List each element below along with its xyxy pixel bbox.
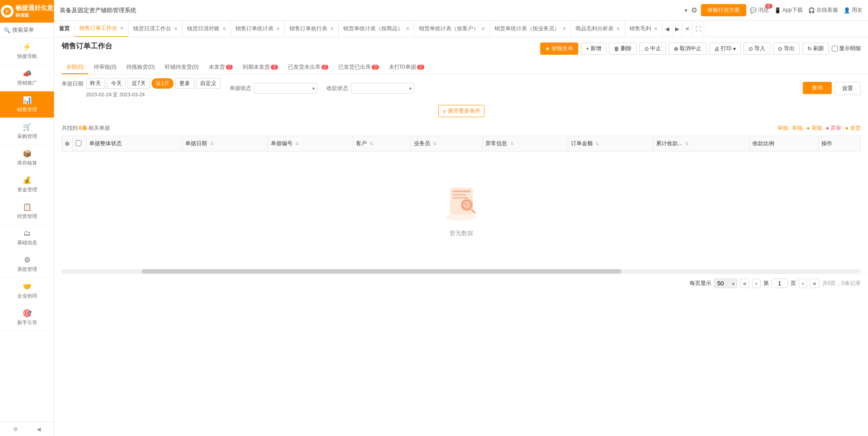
sub-tab-wangpu-ship[interactable]: 旺铺待发货(0) — [160, 61, 203, 74]
th-exception[interactable]: 异常信息 ⇅ — [483, 136, 568, 152]
tab-close-sales-stats-salesperson[interactable]: ✕ — [562, 26, 566, 31]
tab-sales-order-exec[interactable]: 销售订单执行表 ✕ — [285, 21, 339, 37]
scroll-thumb[interactable] — [142, 269, 621, 274]
tab-close-sales-order-workbench[interactable]: ✕ — [120, 26, 124, 31]
th-checkbox[interactable] — [73, 136, 86, 152]
sidebar-item-quick-nav[interactable]: ⚡ 快捷导航 — [0, 38, 54, 65]
sidebar-item-inventory[interactable]: 📦 库存核算 — [0, 145, 54, 171]
page-num-input[interactable] — [772, 279, 788, 288]
date-btn-1month[interactable]: 近1月 — [152, 78, 174, 89]
th-date[interactable]: 单据日期 ⇅ — [182, 136, 268, 152]
tab-nav-next[interactable]: ▶ — [672, 21, 682, 37]
page-prev-btn[interactable]: ‹ — [752, 279, 760, 288]
sidebar-search[interactable]: 🔍 搜索菜单 — [0, 23, 54, 38]
tab-sales-order-workbench[interactable]: 销售订单工作台 ✕ — [75, 21, 129, 37]
tab-cash-reconcile[interactable]: 钱货日清对账 ✕ — [182, 21, 231, 37]
payment-select[interactable] — [351, 83, 414, 94]
tab-close-sales-stats-product[interactable]: ✕ — [406, 26, 409, 31]
table-area: 共找到 0条 相关单据 审核 审核 ● 审核 ● 弃审 ● 发货 — [54, 120, 868, 269]
sidebar-settings-icon[interactable]: ⚙ — [13, 426, 18, 432]
date-btn-more[interactable]: 更多 — [175, 78, 194, 89]
sub-tab-all[interactable]: 全部(0) — [62, 61, 88, 74]
topbar-gear-icon[interactable]: ⚙ — [691, 6, 697, 14]
smart-create-btn[interactable]: ★ 智能生单 — [540, 43, 578, 55]
sidebar-item-operations[interactable]: 📋 经营管理 — [0, 198, 54, 225]
sidebar-item-basic-info[interactable]: 🗂 基础信息 — [0, 225, 54, 251]
date-btn-7days[interactable]: 近7天 — [128, 78, 150, 89]
sidebar-item-marketing[interactable]: 📣 营销推广 — [0, 65, 54, 91]
horizontal-scrollbar[interactable] — [62, 269, 861, 274]
tab-nav-prev[interactable]: ◀ — [662, 21, 672, 37]
date-btn-yesterday[interactable]: 昨天 — [86, 78, 105, 89]
sidebar-collapse-icon[interactable]: ◀ — [37, 426, 41, 432]
date-btn-custom[interactable]: 自定义 — [196, 78, 221, 89]
sidebar-item-enterprise[interactable]: 🤝 企业协同 — [0, 278, 54, 304]
tab-cash-daily[interactable]: 钱货日清工作台 ✕ — [129, 21, 182, 37]
tab-gross-profit[interactable]: 商品毛利分析表 ✕ — [571, 21, 625, 37]
th-settings[interactable]: ⚙ — [62, 136, 73, 152]
select-all-checkbox[interactable] — [76, 140, 82, 146]
th-collected[interactable]: 累计收款... ⇅ — [653, 136, 749, 152]
sub-tab-shipped-outbound[interactable]: 已发货已出库0 — [334, 61, 384, 74]
tab-sales-stats-product[interactable]: 销货单统计表（按商品） ✕ — [339, 21, 414, 37]
audit-action-btn[interactable]: 审核 — [777, 124, 788, 132]
tab-sales-profit[interactable]: 销售毛利 ✕ — [625, 21, 662, 37]
status-select[interactable] — [254, 83, 317, 94]
sidebar-item-guide[interactable]: 🎯 新手引导 — [0, 304, 54, 331]
delete-btn[interactable]: 🗑 删除 — [609, 43, 637, 55]
ship-link[interactable]: ● 发货 — [845, 124, 861, 132]
tab-sales-stats-customer[interactable]: 销货单统计表（按客户） ✕ — [414, 21, 490, 37]
sidebar-item-purchase[interactable]: 🛒 采购管理 — [0, 118, 54, 145]
app-download-btn[interactable]: 📱 App下载 — [774, 6, 803, 14]
page-first-btn[interactable]: « — [740, 279, 749, 288]
tab-close-sales-order-stats[interactable]: ✕ — [276, 26, 280, 31]
tab-sales-stats-salesperson[interactable]: 销货单统计表（按业务员） ✕ — [490, 21, 571, 37]
cancel-suspend-btn[interactable]: ⊗ 取消中止 — [669, 43, 706, 55]
sidebar-item-system[interactable]: ⚙ 系统管理 — [0, 251, 54, 278]
tab-close-sales-order-exec[interactable]: ✕ — [330, 26, 334, 31]
sub-tab-pending-audit[interactable]: 待审核(0) — [89, 61, 121, 74]
per-page-select[interactable]: 50 100 200 — [714, 279, 737, 288]
th-number[interactable]: 单据编号 ⇅ — [268, 136, 353, 152]
sub-tab-overdue-unshipped[interactable]: 到期未发货0 — [238, 61, 283, 74]
date-btn-today[interactable]: 今天 — [107, 78, 126, 89]
suspend-btn[interactable]: ⊙ 中止 — [639, 43, 666, 55]
th-customer[interactable]: 客户 ⇅ — [353, 136, 411, 152]
th-salesperson[interactable]: 业务员 ⇅ — [411, 136, 483, 152]
industry-btn[interactable]: 体验行业方案 — [701, 4, 746, 16]
online-service-btn[interactable]: 🎧 在线客服 — [808, 6, 838, 14]
show-detail-checkbox[interactable] — [832, 46, 838, 52]
tab-sales-order-stats[interactable]: 销售订单统计表 ✕ — [231, 21, 285, 37]
sub-tab-unprinted[interactable]: 未打印单据0 — [384, 61, 429, 74]
refresh-btn[interactable]: ↻ 刷新 — [802, 43, 829, 55]
print-btn[interactable]: 🖨 打印 ▾ — [709, 43, 741, 55]
tab-nav-close[interactable]: ✕ — [682, 21, 693, 37]
reject-link[interactable]: ● 弃审 — [826, 124, 842, 132]
tab-close-gross-profit[interactable]: ✕ — [616, 26, 620, 31]
setting-btn[interactable]: 设置 — [834, 82, 861, 95]
sidebar-item-sales[interactable]: 📊 销售管理 — [0, 91, 54, 118]
expand-more-btn[interactable]: ∨ 展开更多条件 — [438, 105, 484, 117]
tab-close-sales-profit[interactable]: ✕ — [654, 26, 657, 31]
th-amount[interactable]: 订单金额 ⇅ — [568, 136, 653, 152]
show-detail-label[interactable]: 显示明细 — [832, 45, 861, 52]
sidebar-item-finance[interactable]: 💰 资金管理 — [0, 171, 54, 198]
sub-tab-unshipped[interactable]: 未发货0 — [204, 61, 238, 74]
import-btn[interactable]: ⊙ 导入 — [743, 43, 770, 55]
page-next-btn[interactable]: › — [799, 279, 807, 288]
message-btn[interactable]: 💬 消息 6 — [750, 6, 769, 14]
sub-tab-shipped-not-outbound[interactable]: 已发货未出库0 — [283, 61, 333, 74]
audit-link[interactable]: ● 审核 — [806, 124, 822, 132]
tab-close-cash-daily[interactable]: ✕ — [174, 26, 177, 31]
page-last-btn[interactable]: » — [810, 279, 819, 288]
tab-nav-restore[interactable]: ⛶ — [693, 21, 704, 37]
tab-close-sales-stats-customer[interactable]: ✕ — [481, 26, 485, 31]
user-btn[interactable]: 👤 用友 — [844, 6, 863, 14]
sub-tab-pending-inspect[interactable]: 待拣验货(0) — [122, 61, 159, 74]
tab-close-cash-reconcile[interactable]: ✕ — [222, 26, 226, 31]
tab-home[interactable]: 首页 — [54, 21, 75, 37]
export-btn[interactable]: ⊙ 导出 — [773, 43, 800, 55]
add-btn[interactable]: + 新增 — [581, 43, 606, 55]
query-btn[interactable]: 查询 — [803, 82, 832, 94]
topbar-expand-icon[interactable]: ▾ — [685, 7, 687, 14]
